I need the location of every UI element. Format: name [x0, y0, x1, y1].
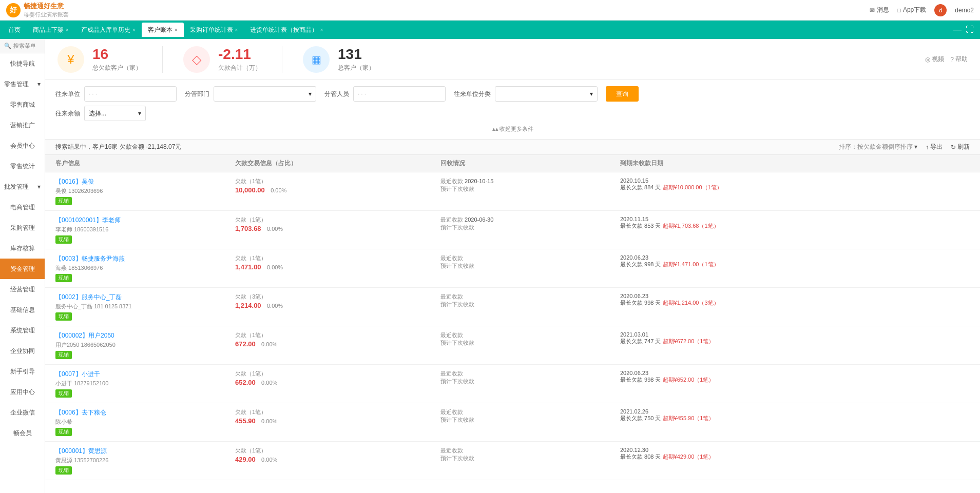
sidebar-item-retail-mall[interactable]: 零售商城 — [0, 94, 45, 115]
customer-name-link-6[interactable]: 【0007】小进干 — [55, 370, 100, 378]
next-pay-7: 预计下次收款 — [440, 416, 620, 424]
overdue-link-3[interactable]: 超期¥1,471.00（1笔） — [663, 261, 719, 267]
sidebar-item-basic-info[interactable]: 基础信息 — [0, 300, 45, 320]
ecommerce-label: 电商管理 — [10, 203, 35, 212]
search-icon: 🔍 — [4, 43, 11, 49]
customer-name-link-1[interactable]: 【0016】吴俊 — [55, 178, 94, 185]
close-icon[interactable]: × — [175, 27, 178, 33]
sidebar-item-marketing[interactable]: 营销推广 — [0, 115, 45, 135]
sidebar-item-purchase-mgmt[interactable]: 采购管理 — [0, 218, 45, 238]
filter-category-select[interactable]: ▾ — [495, 86, 598, 102]
sidebar-item-enterprise-wechat[interactable]: 企业微信 — [0, 402, 45, 423]
sidebar-item-app-center[interactable]: 应用中心 — [0, 382, 45, 402]
last-pay-6: 最近收款 — [440, 370, 620, 378]
overdue-link-7[interactable]: 超期¥455.90（1笔） — [663, 415, 715, 421]
owe-text-2: 欠款（1笔） — [235, 216, 440, 224]
help-btn[interactable]: ? 帮助 — [950, 55, 968, 64]
customer-name-link-7[interactable]: 【0006】去下粮仓 — [55, 409, 106, 416]
customer-name-link-3[interactable]: 【0003】畅捷服务尹海燕 — [55, 255, 125, 262]
total-customers-info: 131 总客户（家） — [338, 46, 375, 72]
close-icon[interactable]: × — [235, 27, 238, 33]
chevron-up-icon: ▴▴ — [492, 126, 498, 132]
tab-purchase-product[interactable]: 进货单统计表（按商品） × — [244, 23, 329, 37]
video-btn[interactable]: ◎ 视频 — [925, 55, 944, 64]
filter-field-unit: 往来单位 ··· — [55, 86, 177, 102]
next-pay-1: 预计下次收款 — [440, 185, 620, 193]
tab-product-history[interactable]: 产成品入库单历史 × — [75, 23, 142, 37]
owe-amount-7: 455.90 — [235, 417, 256, 425]
sidebar-item-retail-stats[interactable]: 零售统计 — [0, 156, 45, 176]
sub-text: 母婴行业演示账套 — [24, 11, 69, 18]
tab-home[interactable]: 首页 — [2, 23, 27, 37]
filter-dept-select[interactable]: ▾ — [214, 86, 316, 102]
inventory-label: 库存核算 — [10, 244, 35, 253]
customer-tag-2: 现销 — [55, 235, 72, 244]
customer-name-link-4[interactable]: 【0002】服务中心_丁磊 — [55, 293, 122, 301]
overdue-link-8[interactable]: 超期¥429.00（1笔） — [663, 453, 715, 460]
tab-purchase-stats[interactable]: 采购订单统计表 × — [184, 23, 244, 37]
owe-cell-2: 欠款（1笔） 1,703.68 0.00% — [235, 216, 440, 232]
customer-name-link-5[interactable]: 【000002】用户2050 — [55, 332, 114, 339]
filter-unit-input[interactable]: ··· — [84, 86, 177, 102]
filter-balance-select[interactable]: 选择... ▾ — [84, 106, 146, 121]
overdue-link-1[interactable]: 超期¥10,000.00（1笔） — [663, 184, 722, 190]
export-btn[interactable]: ↑ 导出 — [926, 143, 943, 151]
chevron-down-icon: ▾ — [138, 110, 141, 117]
sidebar-item-wholesale-mgmt[interactable]: 批发管理 ▾ — [0, 176, 45, 197]
sidebar-item-system-mgmt[interactable]: 系统管理 — [0, 320, 45, 341]
filter-category-label: 往来单位分类 — [454, 90, 491, 98]
message-icon: ✉ — [870, 7, 875, 14]
col-header-owe: 欠款交易信息（占比） — [235, 159, 440, 168]
customer-phone-4: 服务中心_丁磊 181 0125 8371 — [55, 303, 235, 310]
header-right: ✉ 消息 □ App下载 d demo2 — [870, 4, 974, 16]
total-customers-value: 131 — [338, 46, 375, 63]
username[interactable]: demo2 — [955, 7, 974, 14]
tab-customer-account[interactable]: 客户账本 × — [142, 23, 184, 37]
refresh-btn[interactable]: ↻ 刷新 — [951, 143, 970, 151]
chevron-down-icon[interactable]: ▾ — [914, 143, 917, 150]
overdue-link-6[interactable]: 超期¥652.00（1笔） — [663, 377, 715, 383]
customer-name-link-8[interactable]: 【000001】黄思源 — [55, 447, 107, 455]
tab-purchase-label: 采购订单统计表 — [190, 26, 233, 34]
owe-percent-8: 0.00% — [261, 457, 277, 463]
sidebar-item-enterprise-collab[interactable]: 企业协同 — [0, 341, 45, 361]
sidebar-item-inventory[interactable]: 库存核算 — [0, 238, 45, 259]
collapse-button[interactable]: ▴▴ 收起更多条件 — [492, 125, 533, 133]
basic-info-label: 基础信息 — [10, 306, 35, 314]
overdue-link-4[interactable]: 超期¥1,214.00（3笔） — [663, 300, 719, 306]
sidebar-item-operations[interactable]: 经营管理 — [0, 279, 45, 300]
sidebar-item-quick-nav[interactable]: 快捷导航 — [0, 53, 45, 74]
next-pay-8: 预计下次收款 — [440, 455, 620, 462]
close-icon[interactable]: × — [320, 27, 323, 33]
overdue-link-5[interactable]: 超期¥672.00（1笔） — [663, 338, 715, 344]
owe-text-4: 欠款（3笔） — [235, 293, 440, 301]
filter-person-input[interactable]: ··· — [353, 86, 446, 102]
minimize-icon[interactable]: — — [953, 25, 962, 34]
close-icon[interactable]: × — [66, 27, 69, 33]
sidebar-item-retail-mgmt[interactable]: 零售管理 ▾ — [0, 74, 45, 94]
search-button[interactable]: 查询 — [606, 86, 639, 102]
sidebar-item-ecommerce[interactable]: 电商管理 — [0, 197, 45, 218]
sidebar-item-membership[interactable]: 会员中心 — [0, 135, 45, 156]
maximize-icon[interactable]: ⛶ — [966, 25, 974, 34]
close-icon[interactable]: × — [132, 27, 136, 33]
tab-goods[interactable]: 商品上下架 × — [27, 23, 75, 37]
customer-name-link-2[interactable]: 【0001020001】李老师 — [55, 216, 121, 224]
app-download-btn[interactable]: □ App下载 — [897, 6, 927, 14]
stat-card-total-customers: ▦ 131 总客户（家） — [282, 46, 395, 73]
overdue-link-2[interactable]: 超期¥1,703.68（1笔） — [663, 223, 719, 229]
owe-amount-3: 1,471.00 — [235, 263, 261, 271]
owe-text-8: 欠款（1笔） — [235, 447, 440, 455]
sidebar-item-newbie[interactable]: 新手引导 — [0, 361, 45, 382]
message-btn[interactable]: ✉ 消息 — [870, 6, 889, 14]
next-pay-4: 预计下次收款 — [440, 301, 620, 308]
next-pay-2: 预计下次收款 — [440, 224, 620, 231]
finance-label: 资金管理 — [10, 265, 35, 273]
sidebar-item-finance[interactable]: 资金管理 — [0, 259, 45, 279]
search-menu[interactable]: 🔍 搜索菜单 — [0, 39, 45, 53]
due-date-6: 2020.06.23 — [620, 370, 970, 376]
user-avatar[interactable]: d — [934, 4, 947, 16]
debt-total-icon: ◇ — [183, 46, 210, 73]
filter-field-dept: 分管部门 ▾ — [185, 86, 316, 102]
sidebar-item-vip[interactable]: 畅会员 — [0, 423, 45, 443]
